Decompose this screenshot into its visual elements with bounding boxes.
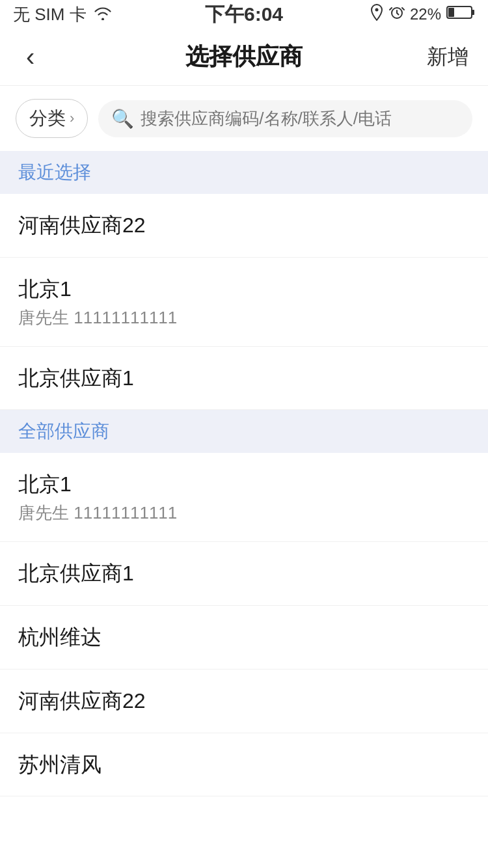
wifi-icon: [93, 5, 113, 25]
status-time: 下午6:04: [205, 1, 283, 28]
all-list: 北京1唐先生 11111111111北京供应商1杭州维达河南供应商22苏州清风: [0, 453, 488, 796]
svg-point-0: [375, 8, 378, 12]
item-name: 北京供应商1: [18, 364, 470, 393]
search-box: 🔍: [98, 100, 472, 137]
recent-section-label: 最近选择: [18, 162, 91, 182]
item-name: 苏州清风: [18, 750, 470, 780]
item-name: 杭州维达: [18, 623, 470, 652]
search-input[interactable]: [141, 109, 459, 129]
battery-label: 22%: [410, 5, 441, 23]
recent-section-header: 最近选择: [0, 151, 488, 194]
nav-bar: ‹ 选择供应商 新增: [0, 29, 488, 86]
list-item[interactable]: 北京1唐先生 11111111111: [0, 453, 488, 542]
item-name: 北京1: [18, 470, 470, 499]
all-section-label: 全部供应商: [18, 421, 109, 441]
item-name: 北京1: [18, 275, 470, 304]
list-item[interactable]: 苏州清风: [0, 733, 488, 797]
search-icon: 🔍: [111, 108, 134, 129]
category-label: 分类: [29, 106, 66, 131]
back-button[interactable]: ‹: [20, 36, 41, 78]
list-item[interactable]: 北京供应商1: [0, 347, 488, 411]
carrier-label: 无 SIM 卡: [13, 3, 87, 26]
status-right: 22%: [370, 4, 475, 25]
battery-icon: [446, 5, 475, 23]
list-item[interactable]: 北京供应商1: [0, 542, 488, 606]
all-section-header: 全部供应商: [0, 410, 488, 453]
list-item[interactable]: 河南供应商22: [0, 194, 488, 258]
page-title: 选择供应商: [185, 41, 303, 73]
svg-rect-3: [472, 10, 474, 15]
alarm-icon: [389, 5, 405, 24]
item-name: 河南供应商22: [18, 686, 470, 716]
status-bar: 无 SIM 卡 下午6:04 22%: [0, 0, 488, 29]
item-name: 河南供应商22: [18, 211, 470, 240]
location-icon: [370, 4, 384, 25]
list-item[interactable]: 河南供应商22: [0, 670, 488, 733]
list-item[interactable]: 北京1唐先生 11111111111: [0, 258, 488, 347]
item-sub: 唐先生 11111111111: [18, 502, 470, 524]
status-left: 无 SIM 卡: [13, 3, 113, 26]
list-item[interactable]: 杭州维达: [0, 606, 488, 670]
chevron-right-icon: ›: [70, 110, 74, 127]
item-sub: 唐先生 11111111111: [18, 306, 470, 329]
item-name: 北京供应商1: [18, 559, 470, 588]
filter-bar: 分类 › 🔍: [0, 86, 488, 151]
category-button[interactable]: 分类 ›: [16, 99, 88, 138]
add-button[interactable]: 新增: [427, 43, 468, 72]
recent-list: 河南供应商22北京1唐先生 11111111111北京供应商1: [0, 194, 488, 410]
svg-rect-4: [448, 8, 454, 17]
